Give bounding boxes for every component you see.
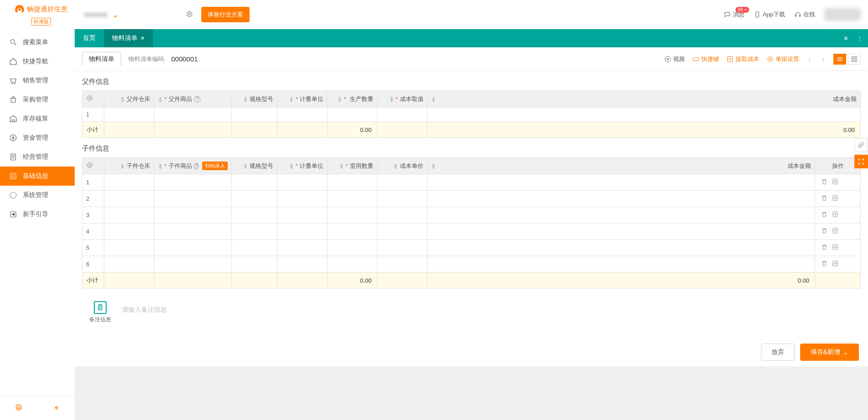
- delete-row-button[interactable]: [821, 227, 828, 234]
- col-gear[interactable]: [82, 91, 104, 107]
- org-selector[interactable]: XXXXXX ⌄: [84, 10, 184, 20]
- cell[interactable]: [232, 174, 277, 191]
- col-parent-cost-method[interactable]: ▲▼*成本取值: [378, 91, 428, 107]
- cell[interactable]: [232, 191, 277, 207]
- delete-row-button[interactable]: [821, 211, 828, 218]
- cell[interactable]: [378, 223, 428, 240]
- cell[interactable]: [428, 240, 815, 256]
- cell[interactable]: [428, 174, 815, 191]
- cell[interactable]: [104, 191, 154, 207]
- col-child-product[interactable]: ▲▼*子件商品?扫码录入: [154, 158, 232, 174]
- cell[interactable]: [104, 256, 154, 273]
- col-child-warehouse[interactable]: ▲▼子件仓库: [104, 158, 154, 174]
- cell[interactable]: [154, 240, 232, 256]
- info-icon[interactable]: ?: [194, 163, 199, 169]
- more-tabs-button[interactable]: ⋮: [854, 32, 865, 45]
- fullscreen-button[interactable]: [854, 155, 868, 168]
- cell[interactable]: [327, 223, 378, 240]
- col-parent-unit[interactable]: ▲▼*计量单位: [277, 91, 327, 107]
- user-avatar[interactable]: [824, 8, 861, 21]
- table-row[interactable]: 6: [82, 256, 861, 273]
- sidebar-item-business[interactable]: 经营管理: [0, 147, 75, 167]
- sidebar-settings-button[interactable]: [13, 402, 24, 415]
- shortcut-button[interactable]: 快捷键: [692, 55, 719, 63]
- col-parent-cost-amount[interactable]: ▲▼成本金额: [428, 91, 861, 107]
- add-row-button[interactable]: [832, 194, 839, 202]
- cell[interactable]: [104, 174, 154, 191]
- cell[interactable]: [232, 223, 277, 240]
- table-row[interactable]: 2: [82, 191, 861, 207]
- cell[interactable]: [378, 191, 428, 207]
- tab-home[interactable]: 首页: [75, 29, 104, 47]
- sidebar-item-search[interactable]: 搜索菜单: [0, 33, 75, 52]
- cell[interactable]: [232, 107, 277, 122]
- online-support-button[interactable]: 在线: [794, 10, 815, 19]
- tab-bom[interactable]: 物料清单 ✕: [104, 29, 153, 47]
- table-row[interactable]: 3: [82, 207, 861, 223]
- cell[interactable]: [154, 256, 232, 273]
- cell[interactable]: [277, 256, 327, 273]
- messages-button[interactable]: 消息 99 +: [724, 10, 745, 19]
- discard-button[interactable]: 放弃: [761, 344, 795, 361]
- cell[interactable]: [232, 240, 277, 256]
- cell[interactable]: [428, 107, 861, 122]
- view-grid-button[interactable]: [848, 54, 861, 65]
- add-row-button[interactable]: [832, 227, 839, 234]
- table-row[interactable]: 5: [82, 240, 861, 256]
- close-all-button[interactable]: ✕: [841, 32, 851, 45]
- scan-tag[interactable]: 扫码录入: [202, 162, 228, 170]
- col-child-cost-unit[interactable]: ▲▼成本单价: [378, 158, 428, 174]
- add-row-button[interactable]: [832, 243, 839, 251]
- next-button[interactable]: ›: [820, 55, 826, 63]
- cell[interactable]: [277, 240, 327, 256]
- sidebar-item-inventory[interactable]: 库存核算: [0, 109, 75, 128]
- sidebar-item-purchase[interactable]: 采购管理: [0, 90, 75, 109]
- cell[interactable]: [378, 240, 428, 256]
- cell[interactable]: [277, 191, 327, 207]
- cell[interactable]: [277, 207, 327, 223]
- promo-button[interactable]: 体验行业方案: [201, 7, 250, 22]
- cell[interactable]: [378, 107, 428, 122]
- info-icon[interactable]: ?: [194, 96, 200, 102]
- save-add-button[interactable]: 保存&新增 ⌄: [800, 344, 859, 361]
- delete-row-button[interactable]: [821, 243, 828, 251]
- delete-row-button[interactable]: [821, 194, 828, 202]
- col-parent-warehouse[interactable]: ▲▼父件仓库: [104, 91, 154, 107]
- cell[interactable]: [104, 240, 154, 256]
- cell[interactable]: [428, 207, 815, 223]
- video-button[interactable]: 视频: [664, 55, 685, 63]
- cell[interactable]: [428, 191, 815, 207]
- col-child-cost-amount[interactable]: ▲▼成本金额: [428, 158, 815, 174]
- cell[interactable]: [154, 223, 232, 240]
- cell[interactable]: [378, 256, 428, 273]
- col-child-unit[interactable]: ▲▼*计量单位: [277, 158, 327, 174]
- view-list-button[interactable]: [833, 54, 846, 65]
- remark-input[interactable]: [120, 301, 853, 318]
- sidebar-item-funds[interactable]: 资金管理: [0, 128, 75, 147]
- form-tab-bom[interactable]: 物料清单: [82, 52, 121, 66]
- cell[interactable]: [378, 174, 428, 191]
- cell[interactable]: [232, 207, 277, 223]
- sidebar-item-guide[interactable]: 新手引导: [0, 205, 75, 224]
- cell[interactable]: [327, 207, 378, 223]
- app-download-button[interactable]: App下载: [754, 10, 785, 19]
- sidebar-item-quicknav[interactable]: 快捷导航: [0, 52, 75, 71]
- cell[interactable]: [104, 223, 154, 240]
- cell[interactable]: [154, 107, 232, 122]
- org-settings-button[interactable]: [184, 9, 195, 21]
- add-row-button[interactable]: [832, 260, 839, 267]
- cell[interactable]: [428, 256, 815, 273]
- cell[interactable]: [277, 107, 327, 122]
- cell[interactable]: [327, 240, 378, 256]
- cell[interactable]: [277, 223, 327, 240]
- sidebar-item-basic-info[interactable]: 基础信息: [0, 167, 75, 186]
- delete-row-button[interactable]: [821, 260, 828, 267]
- sidebar-collapse-button[interactable]: [51, 402, 61, 415]
- cell[interactable]: [154, 191, 232, 207]
- cell[interactable]: [154, 207, 232, 223]
- doc-setting-button[interactable]: 单据设置: [766, 55, 799, 63]
- cell[interactable]: [104, 207, 154, 223]
- cell[interactable]: [327, 174, 378, 191]
- cell[interactable]: [277, 174, 327, 191]
- sidebar-item-sales[interactable]: 销售管理: [0, 71, 75, 90]
